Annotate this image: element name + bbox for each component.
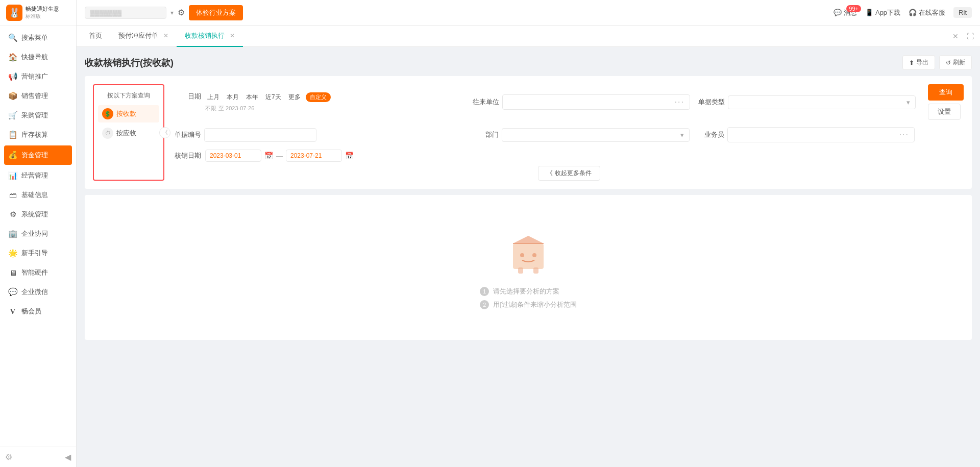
logo: 🐰 畅捷通好生意 标准版 bbox=[0, 0, 76, 26]
search-hint-text: ▓▓▓▓▓▓▓ bbox=[90, 9, 121, 16]
by-receipt-icon: 💲 bbox=[102, 108, 113, 119]
date-shortcut-this-month[interactable]: 本月 bbox=[225, 92, 241, 103]
filter-layout: 按以下方案查询 💲 按收款 ⏱ 按应收 《 bbox=[93, 84, 964, 181]
settings-bottom-icon[interactable]: ⚙ bbox=[5, 452, 12, 462]
close-window-btn[interactable]: ✕ bbox=[950, 30, 961, 42]
page-content: 收款核销执行(按收款) ⬆ 导出 ↺ 刷新 按以下方案查询 💲 bbox=[77, 47, 980, 467]
sidebar-nav: 🔍 搜索菜单 🏠 快捷导航 📢 营销推广 📦 销售管理 🛒 采购管理 📋 库存核… bbox=[0, 26, 76, 447]
sidebar-item-enterprise[interactable]: 🏢 企业协同 bbox=[0, 224, 76, 243]
date-label: 日期 bbox=[175, 92, 201, 101]
header-search-area: ▓▓▓▓▓▓▓ ▾ ⚙ 体验行业方案 bbox=[85, 5, 827, 20]
page-title: 收款核销执行(按收款) bbox=[85, 57, 174, 69]
sidebar-item-funds[interactable]: 💰 资金管理 bbox=[4, 145, 72, 165]
verify-date-end[interactable] bbox=[286, 150, 342, 162]
marketing-icon: 📢 bbox=[8, 72, 17, 81]
empty-illustration bbox=[503, 226, 554, 277]
sidebar-item-sales[interactable]: 📦 销售管理 bbox=[0, 86, 76, 106]
guide-icon: 🌟 bbox=[8, 249, 17, 258]
sidebar-item-label: 搜索菜单 bbox=[21, 33, 48, 42]
industry-btn[interactable]: 体验行业方案 bbox=[189, 5, 243, 20]
filter-rows: 日期 上月 本月 本年 近7天 更多 自定义 bbox=[175, 84, 964, 162]
sidebar: 🐰 畅捷通好生意 标准版 🔍 搜索菜单 🏠 快捷导航 📢 营销推广 📦 销售管理… bbox=[0, 0, 77, 467]
tab-prepay-label: 预付冲应付单 bbox=[118, 31, 158, 40]
by-receivable-label: 按应收 bbox=[116, 129, 136, 138]
sidebar-item-quick[interactable]: 🏠 快捷导航 bbox=[0, 47, 76, 67]
tabs-bar: 首页 预付冲应付单 ✕ 收款核销执行 ✕ ✕ ⛶ bbox=[77, 26, 980, 47]
sidebar-item-label: 基础信息 bbox=[21, 190, 48, 200]
filter-collapse-btn[interactable]: 《 bbox=[159, 127, 170, 138]
date-shortcut-7days[interactable]: 近7天 bbox=[263, 92, 283, 103]
header-gear-icon[interactable]: ⚙ bbox=[178, 8, 185, 17]
sidebar-item-label: 智能硬件 bbox=[21, 268, 48, 277]
app-download-btn[interactable]: 📱 App下载 bbox=[865, 8, 900, 17]
enterprise-icon: 🏢 bbox=[8, 229, 17, 238]
sidebar-item-system[interactable]: ⚙ 系统管理 bbox=[0, 205, 76, 224]
filter-main: 日期 上月 本月 本年 近7天 更多 自定义 bbox=[175, 84, 964, 181]
tab-prepay-close[interactable]: ✕ bbox=[163, 32, 168, 39]
sidebar-item-marketing[interactable]: 📢 营销推广 bbox=[0, 67, 76, 86]
salesperson-dots[interactable]: ··· bbox=[899, 130, 909, 139]
collapse-more-button[interactable]: 《 收起更多条件 bbox=[538, 166, 600, 181]
header-chevron-icon[interactable]: ▾ bbox=[170, 9, 174, 16]
verify-date-start[interactable] bbox=[205, 150, 261, 162]
header-right: 💬 消息 99+ 📱 App下载 🎧 在线客服 Rit bbox=[834, 7, 972, 18]
tab-receipts[interactable]: 收款核销执行 ✕ bbox=[177, 26, 243, 47]
user-name: Rit bbox=[959, 9, 967, 16]
collapse-more-row: 《 收起更多条件 bbox=[175, 166, 964, 181]
tab-prepay[interactable]: 预付冲应付单 ✕ bbox=[110, 26, 177, 47]
date-shortcut-last-month[interactable]: 上月 bbox=[205, 92, 222, 103]
tab-home-label: 首页 bbox=[89, 31, 102, 40]
date-shortcut-this-year[interactable]: 本年 bbox=[244, 92, 260, 103]
sidebar-item-vip[interactable]: V 畅会员 bbox=[0, 302, 76, 321]
verify-date-group: 📅 — 📅 bbox=[205, 150, 354, 162]
inventory-icon: 📋 bbox=[8, 130, 17, 139]
svg-rect-0 bbox=[513, 243, 544, 269]
date-shortcut-more[interactable]: 更多 bbox=[286, 92, 303, 103]
filter-option-by-receipt[interactable]: 💲 按收款 bbox=[98, 105, 159, 122]
header-search-box[interactable]: ▓▓▓▓▓▓▓ bbox=[85, 7, 166, 19]
sidebar-item-basic[interactable]: 🗃 基础信息 bbox=[0, 185, 76, 205]
hardware-icon: 🖥 bbox=[8, 268, 17, 277]
sidebar-item-label: 经营管理 bbox=[21, 171, 48, 180]
main-area: ▓▓▓▓▓▓▓ ▾ ⚙ 体验行业方案 💬 消息 99+ 📱 App下载 🎧 在线… bbox=[77, 0, 980, 467]
date-custom-tag[interactable]: 自定义 bbox=[306, 92, 331, 102]
verify-date-start-cal-icon[interactable]: 📅 bbox=[264, 152, 273, 160]
sidebar-item-weixin[interactable]: 💬 企业微信 bbox=[0, 282, 76, 302]
verify-date-label: 核销日期 bbox=[175, 151, 201, 160]
sidebar-item-hardware[interactable]: 🖥 智能硬件 bbox=[0, 263, 76, 282]
collapse-more-icon: 《 bbox=[547, 169, 553, 178]
filter-row-2: 单据编号 部门 ▾ bbox=[175, 127, 964, 142]
export-button[interactable]: ⬆ 导出 bbox=[902, 55, 935, 70]
collapse-sidebar-icon[interactable]: ◀ bbox=[65, 452, 71, 462]
user-menu[interactable]: Rit bbox=[953, 7, 972, 18]
verify-date-end-cal-icon[interactable]: 📅 bbox=[345, 152, 354, 160]
tab-home[interactable]: 首页 bbox=[81, 26, 110, 47]
partner-dots[interactable]: ··· bbox=[675, 97, 684, 107]
search-icon: 🔍 bbox=[8, 33, 17, 42]
app-download-label: App下载 bbox=[875, 8, 900, 17]
bill-no-input[interactable] bbox=[204, 128, 316, 142]
sidebar-item-guide[interactable]: 🌟 新手引导 bbox=[0, 243, 76, 263]
by-receivable-icon: ⏱ bbox=[102, 128, 113, 139]
sidebar-item-business[interactable]: 📊 经营管理 bbox=[0, 166, 76, 185]
settings-button[interactable]: 设置 bbox=[928, 104, 961, 120]
service-icon: 🎧 bbox=[909, 9, 917, 16]
online-service-btn[interactable]: 🎧 在线客服 bbox=[909, 8, 945, 17]
expand-window-btn[interactable]: ⛶ bbox=[965, 30, 976, 42]
sidebar-item-label: 企业协同 bbox=[21, 229, 48, 238]
date-range-separator: — bbox=[276, 152, 283, 160]
department-label: 部门 bbox=[472, 130, 499, 139]
sidebar-item-search[interactable]: 🔍 搜索菜单 bbox=[0, 28, 76, 47]
tabs-right: ✕ ⛶ bbox=[950, 30, 976, 42]
sidebar-item-label: 新手引导 bbox=[21, 249, 48, 258]
refresh-button[interactable]: ↺ 刷新 bbox=[939, 55, 972, 70]
messages-btn[interactable]: 💬 消息 99+ bbox=[834, 8, 857, 17]
filter-sidebar-title: 按以下方案查询 bbox=[98, 91, 159, 100]
search-button[interactable]: 查询 bbox=[928, 84, 964, 101]
filter-option-by-receivable[interactable]: ⏱ 按应收 bbox=[98, 125, 159, 142]
tab-receipts-close[interactable]: ✕ bbox=[230, 32, 235, 39]
collapse-icon: 《 bbox=[162, 129, 168, 136]
sidebar-item-purchase[interactable]: 🛒 采购管理 bbox=[0, 106, 76, 125]
sidebar-item-label: 快捷导航 bbox=[21, 53, 48, 62]
sidebar-item-inventory[interactable]: 📋 库存核算 bbox=[0, 125, 76, 144]
